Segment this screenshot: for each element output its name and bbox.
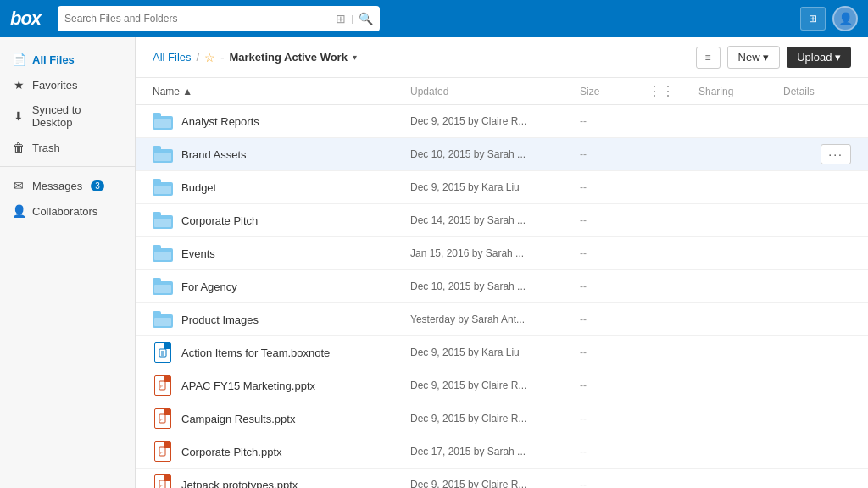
file-row[interactable]: Events Jan 15, 2016 by Sarah ... -- [136,237,868,270]
file-name: Action Items for Team.boxnote [181,347,330,359]
collaborators-icon: 👤 [12,204,25,218]
folder-icon [153,111,173,131]
logo-text: box [10,8,41,30]
file-list-header: Name ▲ Updated Size ⋮⋮ Sharing Details [136,78,868,105]
file-updated: Dec 9, 2015 by Claire R... [410,413,580,424]
folder-icon [153,177,173,197]
col-details: Details [783,86,851,97]
sidebar-item-label: All Files [32,53,75,66]
file-name: Corporate Pitch.pptx [181,446,282,458]
logo: box [10,8,41,29]
col-size: Size [580,86,648,97]
search-input[interactable] [64,13,331,25]
file-size: -- [580,347,648,358]
pptx-icon: P [153,408,173,429]
file-name-cell: P Jetpack prototypes.pptx [153,474,410,488]
file-row[interactable]: Brand Assets Dec 10, 2015 by Sarah ... -… [136,138,868,171]
file-row[interactable]: Action Items for Team.boxnote Dec 9, 201… [136,336,868,369]
sidebar-item-synced[interactable]: ⬇ Synced to Desktop [0,98,135,134]
sidebar-item-collaborators[interactable]: 👤 Collaborators [0,199,135,223]
svg-text:P: P [160,484,163,488]
sidebar-item-messages[interactable]: ✉ Messages 3 [0,174,135,197]
col-updated: Updated [410,86,580,97]
pptx-icon: P [153,375,173,396]
sort-button[interactable]: ≡ [696,47,721,69]
col-sharing: Sharing [698,86,783,97]
new-button[interactable]: New ▾ [727,46,781,69]
toolbar-right: ≡ New ▾ Upload ▾ [696,46,851,69]
pptx-icon: P [153,474,173,488]
file-name-cell: Corporate Pitch [153,210,410,230]
upload-button[interactable]: Upload ▾ [787,47,851,68]
file-updated: Dec 14, 2015 by Sarah ... [410,214,580,226]
file-row[interactable]: P Jetpack prototypes.pptx Dec 9, 2015 by… [136,469,868,488]
file-updated: Dec 9, 2015 by Kara Liu [410,347,580,358]
file-name-cell: P Corporate Pitch.pptx [153,441,410,462]
file-size: -- [580,148,648,160]
search-icon: 🔍 [359,12,373,25]
pptx-icon: P [153,441,173,462]
file-name-cell: Budget [153,177,410,197]
sidebar-item-label: Trash [32,141,60,154]
file-name: Corporate Pitch [181,214,258,227]
file-name-cell: Events [153,243,410,263]
sidebar-item-all-files[interactable]: 📄 All Files [0,47,135,71]
breadcrumb-dash: - [220,51,224,64]
file-row[interactable]: Budget Dec 9, 2015 by Kara Liu -- [136,171,868,204]
file-name-cell: Action Items for Team.boxnote [153,342,410,363]
avatar[interactable]: 👤 [832,6,858,31]
divider-icon: | [351,14,353,24]
file-list: Name ▲ Updated Size ⋮⋮ Sharing Details A… [136,78,868,488]
file-name: Events [181,247,215,260]
file-size: -- [580,280,648,292]
file-row[interactable]: For Agency Dec 10, 2015 by Sarah ... -- [136,270,868,303]
sidebar-item-favorites[interactable]: ★ Favorites [0,73,135,97]
file-row[interactable]: Analyst Reports Dec 9, 2015 by Claire R.… [136,105,868,138]
file-updated: Dec 9, 2015 by Claire R... [410,115,580,127]
file-size: -- [580,181,648,193]
sidebar-item-label: Collaborators [32,205,97,218]
file-size: -- [580,247,648,259]
file-updated: Dec 9, 2015 by Claire R... [410,479,580,488]
favorites-icon: ★ [12,78,25,92]
svg-text:P: P [160,451,163,455]
file-name: Analyst Reports [181,115,259,128]
breadcrumb-sep1: / [197,51,200,64]
file-size: -- [580,446,648,458]
file-name: Product Images [181,313,259,326]
trash-icon: 🗑 [12,141,25,154]
header: box ⊞ | 🔍 ⊞ 👤 [0,0,868,37]
file-row[interactable]: Product Images Yesterday by Sarah Ant...… [136,303,868,336]
sidebar-item-trash[interactable]: 🗑 Trash [0,136,135,159]
col-drag: ⋮⋮ [648,83,698,99]
file-updated: Dec 9, 2015 by Kara Liu [410,181,580,193]
drag-handle-icon[interactable]: ⋮⋮ [648,84,675,98]
file-name: For Agency [181,280,237,293]
file-updated: Jan 15, 2016 by Sarah ... [410,247,580,259]
breadcrumb-dropdown[interactable]: ▾ [353,53,357,62]
boxnote-icon [153,342,173,363]
file-size: -- [580,214,648,226]
messages-badge: 3 [91,180,104,191]
breadcrumb-star[interactable]: ☆ [204,51,215,64]
folder-icon [153,276,173,297]
file-row[interactable]: P Corporate Pitch.pptx Dec 17, 2015 by S… [136,435,868,469]
file-name-cell: Brand Assets [153,144,410,164]
folder-icon [153,243,173,263]
file-updated: Yesterday by Sarah Ant... [410,313,580,325]
search-bar[interactable]: ⊞ | 🔍 [58,6,380,31]
breadcrumb: All Files / ☆ - Marketing Active Work ▾ [153,51,357,64]
col-name[interactable]: Name ▲ [153,86,410,97]
content-area: All Files / ☆ - Marketing Active Work ▾ … [136,37,868,488]
file-row[interactable]: P Campaign Results.pptx Dec 9, 2015 by C… [136,402,868,435]
file-name: Brand Assets [181,148,247,161]
layout-toggle-button[interactable]: ⊞ [800,7,826,30]
file-name: Budget [181,181,216,194]
file-name-cell: P APAC FY15 Marketing.pptx [153,375,410,396]
file-row[interactable]: P APAC FY15 Marketing.pptx Dec 9, 2015 b… [136,369,868,402]
row-actions-button[interactable]: ··· [821,144,851,164]
sidebar-item-label: Messages [32,180,82,192]
breadcrumb-root[interactable]: All Files [153,51,192,64]
file-row[interactable]: Corporate Pitch Dec 14, 2015 by Sarah ..… [136,204,868,237]
file-name-cell: For Agency [153,276,410,297]
